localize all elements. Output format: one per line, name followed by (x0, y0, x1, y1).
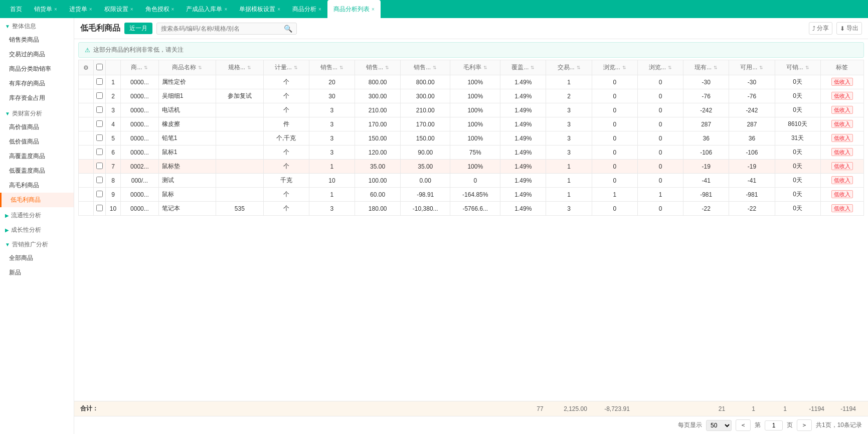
nav-home[interactable]: 首页 (4, 0, 28, 18)
cell-view1[interactable]: 0 (592, 174, 637, 188)
th-view1[interactable]: 浏览...⇅ (592, 60, 637, 75)
cell-check[interactable] (94, 160, 106, 174)
row-checkbox[interactable] (96, 92, 103, 99)
th-coverage[interactable]: 覆盖...⇅ (500, 60, 546, 75)
search-input[interactable] (161, 25, 284, 32)
cell-view1[interactable]: 0 (592, 160, 637, 174)
cell-sale-count: 3 (309, 202, 355, 216)
sidebar-item-traded[interactable]: 交易过的商品 (0, 47, 74, 62)
sidebar-item-category-rate[interactable]: 商品分类助销率 (0, 62, 74, 76)
sidebar-item-in-stock[interactable]: 有库存的商品 (0, 76, 74, 91)
row-checkbox[interactable] (96, 191, 103, 197)
export-button[interactable]: ⬇ 导出 (836, 22, 862, 35)
nav-close-sales[interactable]: × (54, 7, 57, 12)
nav-templates[interactable]: 单据模板设置 × (233, 0, 286, 18)
sidebar-item-high-margin[interactable]: 高毛利商品 (0, 178, 74, 193)
cell-view1[interactable]: 0 (592, 89, 637, 103)
nav-sales[interactable]: 销货单 × (28, 0, 63, 18)
th-gross-rate[interactable]: 毛利率⇅ (450, 60, 500, 75)
nav-close-product-analysis[interactable]: × (318, 7, 321, 12)
cell-check[interactable] (94, 146, 106, 160)
cell-view2: 0 (637, 202, 683, 216)
sidebar-item-new-products[interactable]: 新品 (0, 265, 74, 280)
th-settings[interactable]: ⚙ (79, 60, 94, 75)
table-row: 6 0000... 鼠标1 个 3 120.00 90.00 75% 1.49%… (79, 146, 864, 160)
th-spec[interactable]: 规格...⇅ (216, 60, 263, 75)
nav-purchase[interactable]: 进货单 × (63, 0, 98, 18)
cell-view1[interactable]: 0 (592, 75, 637, 89)
th-current[interactable]: 现有...⇅ (683, 60, 729, 75)
sidebar-item-high-value[interactable]: 高价值商品 (0, 120, 74, 134)
sidebar-group-marketing[interactable]: ▼ 营销推广分析 (0, 236, 74, 251)
th-sale-count[interactable]: 销售...⇅ (309, 60, 355, 75)
th-name[interactable]: 商品名称⇅ (158, 60, 216, 75)
row-checkbox[interactable] (96, 163, 103, 169)
select-all-checkbox[interactable] (96, 64, 103, 70)
th-unit[interactable]: 计量...⇅ (263, 60, 309, 75)
nav-close-permissions[interactable]: × (130, 7, 133, 12)
nav-product-analysis[interactable]: 商品分析 × (286, 0, 327, 18)
search-icon[interactable]: 🔍 (284, 25, 292, 33)
share-button[interactable]: ⤴ 分享 (809, 22, 832, 35)
row-checkbox[interactable] (96, 205, 103, 211)
cell-view1[interactable]: 1 (592, 188, 637, 202)
row-checkbox[interactable] (96, 120, 103, 127)
th-check[interactable] (94, 60, 106, 75)
sidebar-group-circulation[interactable]: ▶ 流通性分析 (0, 207, 74, 222)
tag-badge: 低收入 (831, 190, 853, 198)
cell-check[interactable] (94, 75, 106, 89)
sidebar-item-all-products[interactable]: 全部商品 (0, 251, 74, 265)
nav-analysis-list[interactable]: 商品分析列表 × (327, 0, 381, 18)
cell-view1[interactable]: 0 (592, 146, 637, 160)
cell-check[interactable] (94, 117, 106, 131)
sidebar-group-wealth[interactable]: ▼ 类财富分析 (0, 105, 74, 120)
cell-check[interactable] (94, 188, 106, 202)
cell-check[interactable] (94, 89, 106, 103)
th-trade[interactable]: 交易...⇅ (546, 60, 592, 75)
cell-view1[interactable]: 0 (592, 103, 637, 117)
cell-check[interactable] (94, 131, 106, 146)
nav-close-roles[interactable]: × (171, 7, 175, 12)
next-page-button[interactable]: ＞ (797, 419, 812, 431)
th-sale-profit[interactable]: 销售...⇅ (401, 60, 450, 75)
sidebar-item-low-value[interactable]: 低价值商品 (0, 134, 74, 149)
cell-check[interactable] (94, 174, 106, 188)
sidebar-item-sales-products[interactable]: 销售类商品 (0, 33, 74, 47)
cell-view1[interactable]: 0 (592, 117, 637, 131)
sidebar-item-high-coverage[interactable]: 高覆盖度商品 (0, 149, 74, 164)
sidebar-item-low-margin[interactable]: 低毛利商品 (0, 193, 74, 207)
sidebar-item-inventory-capital[interactable]: 库存资金占用 (0, 91, 74, 105)
cell-view1[interactable]: 0 (592, 202, 637, 216)
page-size-select[interactable]: 50 100 200 (706, 420, 732, 431)
cell-sale-price: 150.00 (355, 131, 401, 146)
th-view2[interactable]: 浏览...⇅ (637, 60, 683, 75)
cell-saleable: 0天 (775, 160, 820, 174)
nav-close-purchase[interactable]: × (89, 7, 92, 12)
row-checkbox[interactable] (96, 134, 103, 141)
page-input[interactable] (765, 420, 783, 430)
nav-roles[interactable]: 角色授权 × (139, 0, 181, 18)
th-code[interactable]: 商...⇅ (121, 60, 159, 75)
filter-recent-month-button[interactable]: 近一月 (124, 23, 152, 34)
row-checkbox[interactable] (96, 106, 103, 113)
row-checkbox[interactable] (96, 177, 103, 183)
cell-check[interactable] (94, 202, 106, 216)
arrow-icon-wealth: ▼ (5, 111, 10, 116)
sidebar-group-growth[interactable]: ▶ 成长性分析 (0, 222, 74, 236)
sidebar-item-low-coverage[interactable]: 低覆盖度商品 (0, 164, 74, 178)
nav-products-in[interactable]: 产成品入库单 × (180, 0, 233, 18)
nav-close-templates[interactable]: × (277, 7, 280, 12)
th-sale-price[interactable]: 销售...⇅ (355, 60, 401, 75)
cell-view1[interactable]: 0 (592, 131, 637, 146)
nav-permissions[interactable]: 权限设置 × (98, 0, 139, 18)
nav-close-analysis-list[interactable]: × (372, 7, 375, 12)
row-checkbox[interactable] (96, 149, 103, 155)
th-available[interactable]: 可用...⇅ (729, 60, 775, 75)
row-checkbox[interactable] (96, 78, 103, 85)
cell-check[interactable] (94, 103, 106, 117)
page-size-label: 每页显示 (678, 421, 702, 429)
prev-page-button[interactable]: ＜ (736, 419, 751, 431)
th-saleable[interactable]: 可销...⇅ (775, 60, 820, 75)
nav-close-products-in[interactable]: × (224, 7, 227, 12)
sidebar-group-overall[interactable]: ▼ 整体信息 (0, 18, 74, 33)
